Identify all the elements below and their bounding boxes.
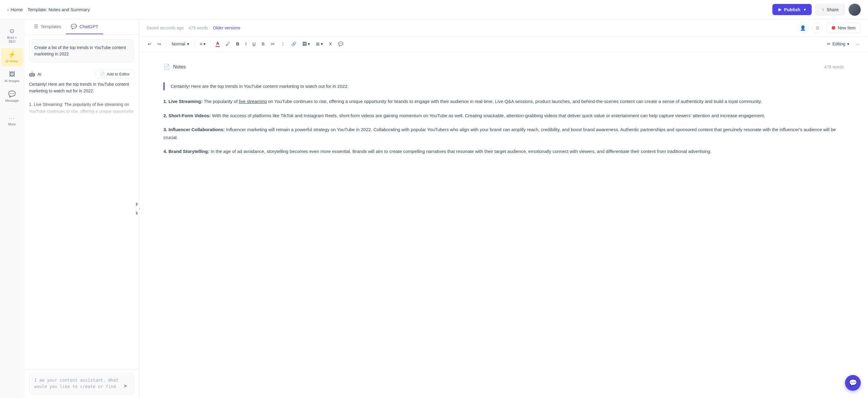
more-options-icon: ··· [856,41,860,46]
new-item-label: New Item [838,25,856,30]
bullet-list-button[interactable]: ≔ [268,40,277,48]
trend1-title: 1. Live Streaming: [163,99,203,104]
bold-button[interactable]: B [234,40,242,48]
share-button[interactable]: ↑ Share [815,4,845,16]
editor-area: Saved seconds ago 479 words Older versio… [139,19,868,398]
editor-trend4: 4. Brand Storytelling: In the age of ad … [163,147,844,155]
undo-button[interactable]: ↩ [145,40,154,48]
comment-icon: 💬 [338,41,343,46]
editor-meta: Saved seconds ago 479 words Older versio… [147,25,240,30]
brief-seo-icon: ⊙ [9,27,14,34]
avatar[interactable] [849,4,861,16]
add-to-editor-icon: 📄 [100,72,105,76]
italic-button[interactable]: I [243,40,249,48]
chat-input[interactable] [34,377,120,391]
user-add-icon-button[interactable]: 👤 [798,22,808,33]
link-button[interactable]: 🔗 [289,40,299,48]
sidebar-item-ai-writer[interactable]: ⚡ AI Writer [1,48,23,66]
sidebar-item-brief-seo[interactable]: ⊙ Brief + SEO [1,24,23,47]
editor-actions: 👤 ⚙ New Item [798,22,861,33]
editor-content[interactable]: 📄 Notes 479 words Certainly! Here are th… [139,52,868,398]
image-chevron-icon: ▾ [308,41,310,46]
add-to-editor-label: Add to Editor [107,72,129,76]
tab-chatgpt[interactable]: 💬 ChatGPT [66,19,103,34]
trend3-text: Influencer marketing will remain a power… [163,127,836,140]
more-options-button[interactable]: ··· [854,40,862,48]
sidebar-item-message[interactable]: 💬 Message [1,87,23,106]
chat-bubble-button[interactable]: 💬 [845,375,861,391]
saved-label: Saved seconds ago [147,25,184,30]
trend2-title: 2. Short-Form Videos: [163,113,211,118]
clear-format-button[interactable]: Ⅹ [327,40,334,48]
send-icon: ➤ [123,383,128,389]
trend4-title: 4. Brand Storytelling: [163,149,210,154]
chat-messages[interactable]: 🤖 AI 📄 Add to Editor Certainly! Here are… [24,67,139,369]
font-color-button[interactable]: A [213,39,222,49]
toolbar-separator-3 [210,40,211,48]
trend1-text: The popularity of live streaming on YouT… [204,99,762,104]
sidebar-label-more: More [8,122,16,126]
collapse-panel-button[interactable]: ‹ [135,204,144,213]
align-chevron-icon: ▾ [204,41,206,46]
sidebar-item-more[interactable]: ··· More [6,113,18,129]
settings-icon-button[interactable]: ⚙ [812,22,823,33]
underline-button[interactable]: U [250,40,258,48]
add-to-editor-button[interactable]: 📄 Add to Editor [96,70,134,79]
strikethrough-label: S [261,41,264,46]
message-icon: 💬 [8,90,16,97]
publish-button[interactable]: ▶ Publish ▾ [772,4,812,15]
trend3-title: 3. Influencer Collaborations: [163,127,225,132]
bold-label: B [236,41,239,46]
home-link[interactable]: ‹ Home [7,7,23,12]
send-button[interactable]: ➤ [122,381,129,391]
ai-writer-icon: ⚡ [8,51,16,58]
prompt-text: Create a list of the top trends in YouTu… [34,45,126,56]
tab-templates[interactable]: ☰ Templates [29,19,66,34]
chatgpt-tab-icon: 💬 [71,24,77,29]
ai-robot-icon: 🤖 [29,71,35,77]
text-style-dropdown[interactable]: Normal ▾ [168,40,192,48]
gear-icon: ⚙ [815,25,819,31]
chat-panel: ☰ Templates 💬 ChatGPT Create a list of t… [24,19,139,398]
chat-input-box: ➤ [29,373,134,394]
sidebar-item-ai-images[interactable]: 🖼 AI Images [1,68,23,86]
notes-title-text: Notes [173,64,186,70]
align-dropdown[interactable]: ≡ ▾ [197,40,208,48]
more-dots-icon: ··· [9,116,15,121]
nav-right: ▶ Publish ▾ ↑ Share [772,4,861,16]
comment-button[interactable]: 💬 [336,40,346,48]
font-color-indicator: A [216,41,220,47]
chevron-left-icon: ‹ [7,7,9,12]
table-dropdown[interactable]: ⊞ ▾ [314,40,326,48]
new-item-button[interactable]: New Item [827,23,861,33]
undo-icon: ↩ [148,41,151,46]
new-item-dot [832,26,835,30]
sidebar-label-ai-images: AI Images [4,79,20,83]
clear-format-icon: Ⅹ [329,41,332,46]
toolbar-separator-1 [166,40,166,48]
redo-button[interactable]: ↪ [155,40,163,48]
collapse-icon: ‹ [139,206,140,211]
main-layout: ⊙ Brief + SEO ⚡ AI Writer 🖼 AI Images 💬 … [0,19,868,398]
editing-chevron-icon: ▾ [847,41,849,46]
editing-dropdown[interactable]: ✏ Editing ▾ [824,40,852,48]
avatar-image [849,4,861,16]
older-versions-link[interactable]: Older versions [213,25,240,30]
older-versions-label: Older versions [213,25,240,30]
strikethrough-button[interactable]: S [259,40,267,48]
bullet-list-icon: ≔ [271,41,275,46]
link-icon: 🔗 [291,41,296,46]
ai-label-text: AI [37,72,41,77]
italic-label: I [245,41,246,46]
ai-label: 🤖 AI [29,71,41,77]
prompt-bubble: Create a list of the top trends in YouTu… [29,39,134,62]
image-dropdown[interactable]: 🖼 ▾ [300,40,312,48]
numbered-list-button[interactable]: ⋮ [278,40,287,48]
highlight-button[interactable]: 🖊 [223,40,232,48]
editor-toolbar: ↩ ↪ Normal ▾ ≡ ▾ A 🖊 [139,37,868,52]
redo-icon: ↪ [157,41,161,46]
chat-input-area: ➤ [24,369,139,398]
template-label: Template: Notes and Summary [28,7,90,12]
sidebar-label-message: Message [5,99,19,103]
notes-icon: 📄 [163,64,170,70]
